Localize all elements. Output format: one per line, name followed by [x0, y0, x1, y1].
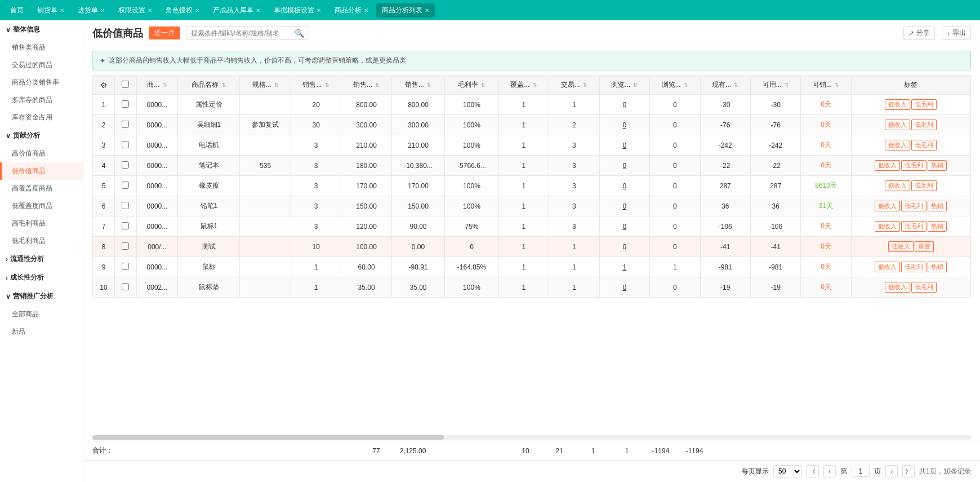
th-views1[interactable]: 浏览... ⇅ — [599, 76, 649, 95]
row-views1[interactable]: 0 — [599, 196, 649, 216]
nav-close-icon[interactable]: ✕ — [148, 7, 152, 14]
row-views1[interactable]: 0 — [599, 216, 649, 237]
sidebar-item-low-coverage[interactable]: 低覆盖度商品 — [0, 197, 83, 215]
sidebar-item-high-profit[interactable]: 高毛利商品 — [0, 215, 83, 232]
nav-template-settings[interactable]: 单据模板设置 ✕ — [268, 3, 327, 17]
th-coverage[interactable]: 覆盖... ⇅ — [498, 76, 549, 95]
th-avail[interactable]: 可用... ⇅ — [750, 76, 800, 95]
row-views1[interactable]: 0 — [599, 237, 649, 257]
th-profit-rate[interactable]: 毛利率 ⇅ — [445, 76, 498, 95]
horizontal-scrollbar[interactable] — [92, 435, 971, 440]
nav-close-icon[interactable]: ✕ — [317, 7, 321, 14]
nav-close-icon[interactable]: ✕ — [195, 7, 199, 14]
scrollbar-thumb[interactable] — [92, 435, 444, 440]
sidebar-item-stock-capital[interactable]: 库存资金占用 — [0, 109, 83, 126]
nav-close-icon[interactable]: ✕ — [100, 7, 105, 14]
row-spec: 参加复试 — [240, 115, 291, 135]
date-filter-button[interactable]: 近一月 — [149, 26, 180, 39]
views-link[interactable]: 0 — [622, 223, 626, 231]
row-checkbox[interactable] — [122, 202, 129, 209]
views-link[interactable]: 1 — [622, 263, 626, 271]
nav-close-icon[interactable]: ✕ — [425, 7, 429, 14]
row-sales1: 180.00 — [341, 156, 391, 176]
page-number-input[interactable] — [852, 466, 870, 477]
th-views2[interactable]: 浏览... ⇅ — [650, 76, 700, 95]
row-checkbox[interactable] — [122, 161, 129, 169]
views-link[interactable]: 0 — [622, 182, 626, 190]
row-checkbox[interactable] — [122, 242, 129, 250]
settings-icon[interactable]: ⚙ — [100, 81, 108, 90]
th-saleable[interactable]: 可销... ⇅ — [801, 76, 851, 95]
search-icon[interactable]: 🔍 — [295, 29, 304, 38]
row-views1[interactable]: 0 — [599, 135, 649, 156]
th-code[interactable]: 商... ⇅ — [136, 76, 178, 95]
sidebar-section-marketing[interactable]: ∨ 营销推广分析 — [0, 287, 83, 306]
nav-home[interactable]: 首页 — [5, 3, 29, 17]
sidebar-item-high-value[interactable]: 高价值商品 — [0, 145, 83, 162]
views-link[interactable]: 0 — [622, 202, 626, 210]
last-page-button[interactable]: 》 — [902, 465, 915, 477]
row-checkbox[interactable] — [122, 141, 129, 148]
share-button[interactable]: ↗ 分享 — [903, 26, 935, 40]
export-button[interactable]: ↓ 导出 — [942, 26, 971, 40]
th-trans[interactable]: 交易... ⇅ — [549, 76, 599, 95]
sidebar-item-low-profit[interactable]: 低毛利商品 — [0, 232, 83, 250]
sidebar-item-category-sales-rate[interactable]: 商品分类销售率 — [0, 74, 83, 91]
nav-sales-order[interactable]: 销货单 ✕ — [32, 3, 70, 17]
sidebar-section-contribution[interactable]: ∨ 贡献分析 — [0, 126, 83, 145]
next-page-button[interactable]: › — [885, 465, 898, 477]
row-views1[interactable]: 0 — [599, 277, 649, 298]
select-all-checkbox[interactable] — [122, 81, 129, 88]
row-checkbox[interactable] — [122, 283, 129, 290]
views-link[interactable]: 0 — [622, 284, 626, 291]
th-sales1[interactable]: 销售... ⇅ — [341, 76, 391, 95]
views-link[interactable]: 0 — [622, 141, 626, 149]
sidebar-item-high-coverage[interactable]: 高覆盖度商品 — [0, 180, 83, 197]
first-page-button[interactable]: 《 — [807, 465, 819, 477]
row-views1[interactable]: 0 — [599, 156, 649, 176]
table-container[interactable]: ⚙ 商... ⇅ 商品名称 ⇅ 规格... ⇅ 销售... ⇅ 销售... ⇅ … — [83, 75, 980, 434]
prev-page-button[interactable]: ‹ — [823, 465, 836, 477]
views-link[interactable]: 0 — [622, 162, 626, 170]
search-input[interactable] — [191, 29, 292, 37]
th-qty[interactable]: 销售... ⇅ — [291, 76, 341, 95]
sidebar-section-growth[interactable]: › 成长性分析 — [0, 268, 83, 287]
row-views1[interactable]: 0 — [599, 176, 649, 196]
row-checkbox[interactable] — [122, 121, 129, 128]
nav-close-icon[interactable]: ✕ — [364, 7, 368, 14]
th-spec[interactable]: 规格... ⇅ — [240, 76, 291, 95]
nav-role-auth[interactable]: 角色授权 ✕ — [160, 3, 205, 17]
sidebar-item-low-value[interactable]: 低价值商品 — [0, 162, 83, 180]
row-views1[interactable]: 1 — [599, 257, 649, 277]
sidebar-item-new-products[interactable]: 新品 — [0, 323, 83, 341]
sidebar-item-traded-products[interactable]: 交易过的商品 — [0, 56, 83, 74]
per-page-select[interactable]: 50 20 100 — [773, 465, 802, 477]
views-link[interactable]: 0 — [622, 121, 626, 129]
nav-close-icon[interactable]: ✕ — [60, 7, 64, 14]
row-views2: 0 — [650, 277, 700, 298]
nav-product-inbound[interactable]: 产成品入库单 ✕ — [207, 3, 266, 17]
th-settings[interactable]: ⚙ — [93, 76, 115, 95]
row-views1[interactable]: 0 — [599, 95, 649, 115]
sidebar-section-liquidity[interactable]: › 流通性分析 — [0, 250, 83, 268]
row-checkbox[interactable] — [122, 182, 129, 189]
sidebar-item-all-products[interactable]: 全部商品 — [0, 306, 83, 323]
nav-permissions[interactable]: 权限设置 ✕ — [113, 3, 158, 17]
nav-close-icon[interactable]: ✕ — [256, 7, 260, 14]
views-link[interactable]: 0 — [622, 243, 626, 251]
th-sales2[interactable]: 销售... ⇅ — [391, 76, 444, 95]
row-checkbox[interactable] — [122, 263, 129, 270]
th-current[interactable]: 现有... ⇅ — [700, 76, 750, 95]
sidebar-section-overview[interactable]: ∨ 整体信息 — [0, 20, 83, 39]
sidebar-item-multi-stock[interactable]: 多库存的商品 — [0, 91, 83, 109]
views-link[interactable]: 0 — [622, 101, 626, 109]
row-views1[interactable]: 0 — [599, 115, 649, 135]
th-name[interactable]: 商品名称 ⇅ — [178, 76, 240, 95]
nav-product-analysis[interactable]: 商品分析 ✕ — [329, 3, 374, 17]
nav-product-analysis-list[interactable]: 商品分析列表 ✕ — [376, 3, 435, 17]
row-checkbox[interactable] — [122, 100, 129, 108]
sidebar-item-sales-products[interactable]: 销售类商品 — [0, 39, 83, 56]
nav-purchase-order[interactable]: 进货单 ✕ — [72, 3, 110, 17]
row-qty: 3 — [291, 196, 341, 216]
row-checkbox[interactable] — [122, 222, 129, 229]
